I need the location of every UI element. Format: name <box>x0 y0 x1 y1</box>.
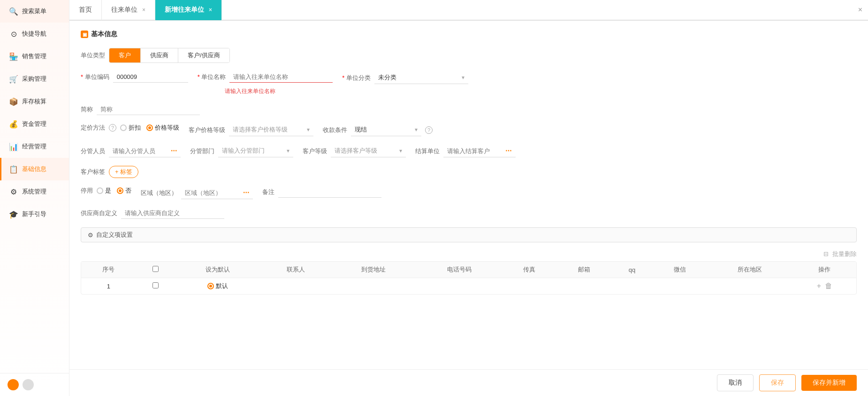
payment-select[interactable]: 现结 ▾ <box>351 124 421 136</box>
customer-level-group: 客户等级 请选择客户等级 ▾ <box>303 145 406 157</box>
row-actions: + 🗑 <box>798 282 852 290</box>
batch-delete-icon: ⊟ <box>823 250 829 257</box>
cell-qq <box>611 278 652 295</box>
tab-home[interactable]: 首页 <box>69 0 102 20</box>
sidebar-item-search[interactable]: 🔍 搜索菜单 <box>0 0 69 23</box>
settlement-input[interactable] <box>447 148 503 155</box>
pricing-label: 定价方法 <box>81 124 105 132</box>
manager-input[interactable] <box>113 148 169 155</box>
radio-discount-circle <box>120 124 127 131</box>
supplier-custom-label: 供应商自定义 <box>81 209 117 217</box>
sidebar-item-quick-nav[interactable]: ⊙ 快捷导航 <box>0 23 69 45</box>
tab-new-counterpart[interactable]: 新增往来单位 × <box>155 0 222 20</box>
pricing-group: 定价方法 ? 折扣 价格等级 <box>81 124 179 132</box>
sidebar-item-ops[interactable]: 📊 经营管理 <box>0 135 69 158</box>
close-main-button[interactable]: × <box>858 6 862 14</box>
unit-name-input[interactable] <box>229 71 333 83</box>
sidebar-bottom <box>0 373 69 396</box>
col-actions: 操作 <box>793 262 856 278</box>
radio-price-level[interactable]: 价格等级 <box>146 124 179 132</box>
radio-price-level-circle <box>146 124 153 131</box>
col-email: 邮箱 <box>557 262 612 278</box>
remark-group: 备注 <box>262 186 381 198</box>
sidebar-label-inventory: 库存核算 <box>22 97 46 106</box>
form-content: ▣ 基本信息 单位类型 客户 供应商 客户/供应商 单位编码 单位名称 <box>69 21 868 369</box>
sidebar-item-sales[interactable]: 🏪 销售管理 <box>0 45 69 68</box>
dept-placeholder: 请输入分管部门 <box>222 147 265 155</box>
sidebar-item-basic[interactable]: 📋 基础信息 <box>0 158 69 180</box>
category-arrow-icon: ▾ <box>462 74 464 81</box>
customer-price-select[interactable]: 请选择客户价格等级 ▾ <box>229 124 313 136</box>
cancel-button[interactable]: 取消 <box>717 374 754 391</box>
unit-code-label: 单位编码 <box>81 73 109 81</box>
unit-name-group: 单位名称 请输入往来单位名称 <box>198 71 333 95</box>
region-ellipsis[interactable]: ··· <box>243 188 249 197</box>
sidebar-item-sys[interactable]: ⚙ 系统管理 <box>0 180 69 203</box>
radio-no-circle <box>117 187 123 194</box>
col-check <box>136 262 175 278</box>
inventory-icon: 📦 <box>9 97 18 106</box>
batch-delete-label[interactable]: 批量删除 <box>832 250 857 257</box>
row-checkbox[interactable] <box>152 282 159 288</box>
manager-ellipsis[interactable]: ··· <box>171 147 177 155</box>
form-row-disabled: 停用 是 否 区域（地区） ··· <box>81 186 857 199</box>
purchase-icon: 🛒 <box>9 74 18 84</box>
unit-type-btn-both[interactable]: 客户/供应商 <box>178 48 229 62</box>
table-row: 1 默认 <box>81 278 856 295</box>
select-all-checkbox[interactable] <box>152 266 159 272</box>
cell-default: 默认 <box>175 278 260 295</box>
radio-yes[interactable]: 是 <box>97 186 111 195</box>
customer-price-placeholder: 请选择客户价格等级 <box>233 125 288 134</box>
short-name-input[interactable] <box>97 104 200 115</box>
sales-icon: 🏪 <box>9 52 18 61</box>
save-new-button[interactable]: 保存并新增 <box>801 375 857 391</box>
col-address: 到货地址 <box>331 262 416 278</box>
tab-new-close[interactable]: × <box>209 7 212 13</box>
tab-home-label: 首页 <box>79 6 92 14</box>
settlement-ellipsis[interactable]: ··· <box>505 147 511 155</box>
sidebar-item-finance[interactable]: 💰 资金管理 <box>0 113 69 135</box>
unit-category-select[interactable]: 未分类 ▾ <box>374 71 468 84</box>
supplier-custom-input[interactable] <box>121 208 224 219</box>
unit-code-input[interactable] <box>113 71 188 83</box>
dept-select[interactable]: 请输入分管部门 ▾ <box>218 145 293 157</box>
col-default: 设为默认 <box>175 262 260 278</box>
radio-no[interactable]: 否 <box>117 186 131 195</box>
pricing-help-icon[interactable]: ? <box>109 124 116 132</box>
sidebar-item-inventory[interactable]: 📦 库存核算 <box>0 90 69 113</box>
short-name-group: 简称 <box>81 104 200 115</box>
row-add-button[interactable]: + <box>817 282 821 290</box>
sidebar-label-quick-nav: 快捷导航 <box>22 30 46 38</box>
settlement-input-wrap: ··· <box>443 145 515 157</box>
cell-wechat <box>653 278 708 295</box>
save-button[interactable]: 保存 <box>759 374 796 391</box>
unit-type-btn-supplier[interactable]: 供应商 <box>141 48 178 62</box>
unit-type-btn-customer[interactable]: 客户 <box>109 48 141 62</box>
form-row-shortname: 简称 <box>81 104 857 115</box>
tab-counterpart[interactable]: 往来单位 × <box>102 0 155 20</box>
add-tag-button[interactable]: + 标签 <box>109 166 138 178</box>
form-row-code-name: 单位编码 单位名称 请输入往来单位名称 单位分类 未分类 ▾ <box>81 71 857 95</box>
col-qq: qq <box>611 262 652 278</box>
disabled-radio-group: 是 否 <box>97 186 131 195</box>
default-radio[interactable]: 默认 <box>180 282 256 290</box>
tab-counterpart-close[interactable]: × <box>142 7 145 13</box>
cell-fax <box>502 278 557 295</box>
remark-input[interactable] <box>278 186 381 198</box>
radio-discount[interactable]: 折扣 <box>120 124 141 132</box>
payment-help-icon[interactable]: ? <box>425 126 433 134</box>
unit-type-label: 单位类型 <box>81 51 105 60</box>
sidebar-label-sys: 系统管理 <box>22 187 46 196</box>
sidebar-item-purchase[interactable]: 🛒 采购管理 <box>0 68 69 90</box>
sidebar: 🔍 搜索菜单 ⊙ 快捷导航 🏪 销售管理 🛒 采购管理 📦 库存核算 💰 资金管… <box>0 0 69 396</box>
table: 序号 设为默认 联系人 到货地址 电话号码 传真 邮箱 qq 微信 所在地区 操… <box>81 262 856 294</box>
cell-address <box>331 278 416 295</box>
customer-level-select[interactable]: 请选择客户等级 ▾ <box>331 145 406 157</box>
manager-label: 分管人员 <box>81 147 105 155</box>
tags-group: 客户标签 + 标签 <box>81 166 138 178</box>
sidebar-item-guide[interactable]: 🎓 新手引导 <box>0 203 69 225</box>
custom-settings-button[interactable]: ⚙ 自定义项设置 <box>81 227 857 242</box>
unit-type-group: 单位类型 客户 供应商 客户/供应商 <box>81 48 230 63</box>
row-delete-button[interactable]: 🗑 <box>825 282 832 290</box>
region-input[interactable] <box>185 189 241 196</box>
